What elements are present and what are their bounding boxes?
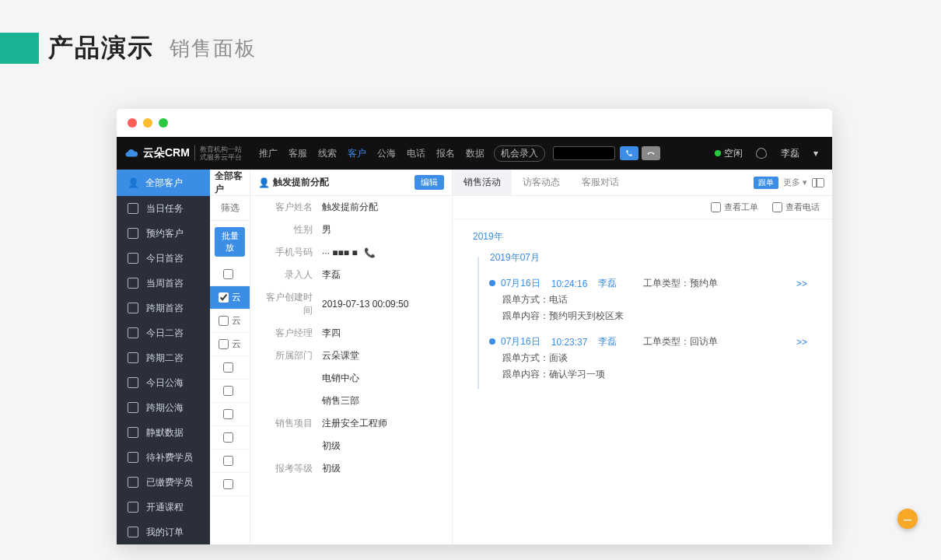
row-checkbox[interactable] — [223, 269, 233, 279]
entry-kind: 工单类型：回访单 — [643, 335, 718, 348]
table-row[interactable] — [210, 426, 250, 450]
field-value: ··· ■■■ ■ — [322, 247, 358, 258]
row-checkbox[interactable] — [219, 339, 229, 349]
row-checkbox[interactable] — [219, 292, 229, 303]
table-row[interactable]: 云 — [210, 333, 250, 356]
call-button[interactable] — [620, 146, 638, 160]
status-dot — [715, 150, 721, 156]
sidebar-item-13[interactable]: 我的订单 — [117, 520, 210, 544]
sidebar-icon — [128, 352, 138, 363]
phone-icon[interactable]: 📞 — [364, 247, 376, 258]
sidebar-icon — [128, 278, 138, 289]
table-row[interactable] — [210, 263, 250, 286]
sidebar-icon — [128, 477, 138, 488]
sidebar-item-6[interactable]: 跨期二咨 — [117, 345, 210, 370]
row-checkbox[interactable] — [223, 479, 233, 489]
edit-button[interactable]: 编辑 — [415, 175, 444, 190]
nav-item-6[interactable]: 报名 — [436, 147, 455, 160]
brand-tagline: 教育机构一站 式服务云平台 — [194, 145, 242, 161]
slide-header: 产品演示 销售面板 — [0, 0, 941, 89]
user-caret-icon[interactable]: ▾ — [813, 148, 818, 159]
detail-row: 录入人李磊 — [250, 264, 452, 286]
list-column: 全部客户 筛选 批量放 云 云 云 — [210, 170, 250, 544]
sidebar-item-12[interactable]: 开通课程 — [117, 495, 210, 520]
sidebar-item-3[interactable]: 当周首咨 — [117, 271, 210, 296]
tab-1[interactable]: 访客动态 — [512, 170, 571, 195]
sidebar-icon — [128, 377, 138, 388]
row-checkbox[interactable] — [223, 386, 233, 396]
maximize-dot[interactable] — [159, 118, 168, 128]
table-row[interactable] — [210, 473, 250, 496]
app-window: 云朵CRM 教育机构一站 式服务云平台 推广客服线索客户公海电话报名数据 机会录… — [117, 109, 832, 544]
followup-tag[interactable]: 跟单 — [754, 177, 778, 189]
nav-item-1[interactable]: 客服 — [289, 147, 307, 160]
sidebar-item-2[interactable]: 今日首咨 — [117, 246, 210, 271]
phone-buttons — [620, 146, 660, 160]
tab-2[interactable]: 客服对话 — [571, 170, 630, 195]
row-checkbox[interactable] — [223, 432, 233, 443]
minimize-dot[interactable] — [143, 118, 152, 128]
expand-button[interactable]: >> — [796, 337, 807, 348]
detail-column: 👤 触发提前分配 编辑 客户姓名触发提前分配性别男手机号码··· ■■■ ■📞录… — [250, 170, 453, 544]
timeline-rail — [477, 257, 479, 389]
entry-user: 李磊 — [598, 335, 617, 348]
hangup-icon — [646, 149, 656, 157]
field-value: 初级 — [322, 439, 341, 453]
user-name[interactable]: 李磊 — [781, 147, 799, 160]
nav-item-0[interactable]: 推广 — [259, 147, 278, 160]
layout-icon[interactable] — [812, 178, 824, 187]
detail-row: 报考等级初级 — [250, 457, 452, 480]
more-button[interactable]: 更多 ▾ — [783, 177, 807, 188]
detail-row: 初级 — [250, 435, 452, 457]
sidebar-item-label: 当周首咨 — [146, 277, 184, 290]
filter-calls[interactable]: 查看电话 — [772, 201, 820, 213]
table-row[interactable]: 云 — [210, 286, 250, 310]
sidebar-item-5[interactable]: 今日二咨 — [117, 320, 210, 345]
filter-bar[interactable]: 筛选 — [210, 196, 250, 221]
sidebar-item-9[interactable]: 静默数据 — [117, 420, 210, 445]
expand-button[interactable]: >> — [796, 278, 807, 289]
table-row[interactable] — [210, 356, 250, 380]
sidebar-header[interactable]: 👤 全部客户 — [117, 170, 210, 196]
top-nav: 云朵CRM 教育机构一站 式服务云平台 推广客服线索客户公海电话报名数据 机会录… — [117, 137, 832, 170]
sidebar-item-7[interactable]: 今日公海 — [117, 370, 210, 395]
nav-item-4[interactable]: 公海 — [377, 147, 396, 160]
fab-button[interactable]: – — [897, 509, 918, 529]
sidebar-item-10[interactable]: 待补费学员 — [117, 445, 210, 470]
table-row[interactable] — [210, 450, 250, 473]
table-row[interactable]: 云 — [210, 310, 250, 333]
sidebar-item-11[interactable]: 已缴费学员 — [117, 470, 210, 495]
row-checkbox[interactable] — [219, 316, 229, 326]
detail-row: 客户经理李四 — [250, 322, 452, 345]
row-checkbox[interactable] — [223, 456, 233, 466]
sidebar-item-4[interactable]: 跨期首咨 — [117, 296, 210, 320]
table-row[interactable] — [210, 380, 250, 403]
nav-item-3[interactable]: 客户 — [348, 147, 366, 160]
search-input[interactable] — [553, 146, 615, 160]
nav-item-2[interactable]: 线索 — [318, 147, 337, 160]
table-row[interactable] — [210, 403, 250, 426]
nav-item-5[interactable]: 电话 — [407, 147, 425, 160]
batch-button[interactable]: 批量放 — [215, 227, 245, 257]
detail-row: 手机号码··· ■■■ ■📞 — [250, 241, 452, 264]
sidebar-item-label: 跨期二咨 — [146, 352, 184, 365]
nav-item-7[interactable]: 数据 — [466, 147, 484, 160]
field-value: 云朵课堂 — [322, 349, 359, 362]
row-checkbox[interactable] — [223, 362, 233, 373]
opportunity-chip[interactable]: 机会录入 — [494, 145, 545, 162]
row-checkbox[interactable] — [223, 409, 233, 419]
timeline-month: 2019年07月 — [490, 251, 815, 264]
sidebar-item-label: 今日公海 — [146, 376, 184, 390]
entry-date: 07月16日 — [501, 277, 540, 290]
sidebar-item-8[interactable]: 跨期公海 — [117, 395, 210, 420]
filter-tickets[interactable]: 查看工单 — [711, 201, 758, 213]
field-value: 男 — [322, 223, 331, 236]
tab-0[interactable]: 销售活动 — [453, 170, 512, 195]
sidebar-item-1[interactable]: 预约客户 — [117, 221, 210, 246]
hangup-button[interactable] — [642, 146, 660, 160]
sidebar-item-0[interactable]: 当日任务 — [117, 196, 210, 221]
field-label: 性别 — [258, 223, 313, 236]
bell-icon[interactable] — [756, 148, 767, 159]
close-dot[interactable] — [128, 118, 137, 128]
entry-date: 07月16日 — [501, 335, 540, 348]
